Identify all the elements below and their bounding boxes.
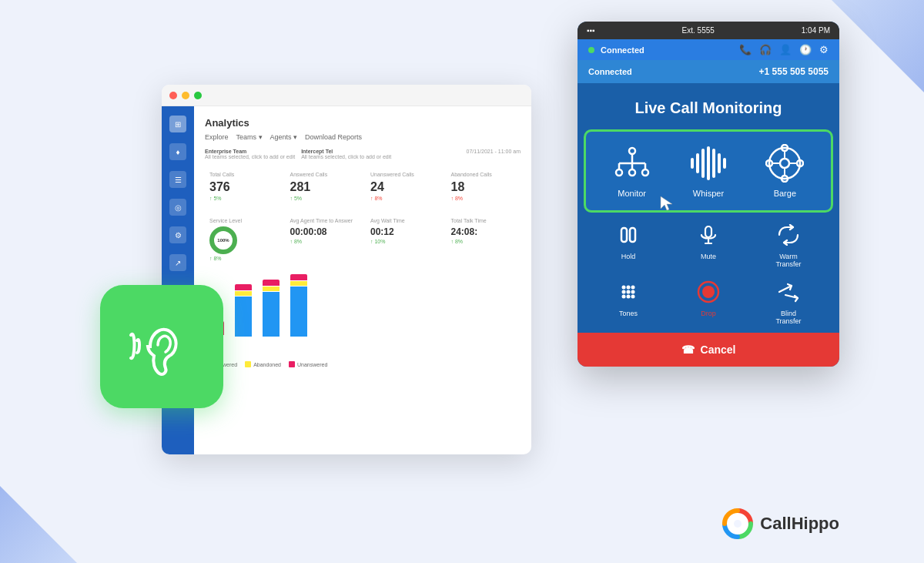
bar-3 [260, 280, 282, 337]
connected-status-label: Connected [601, 45, 733, 55]
nav-agents[interactable]: Agents ▾ [270, 133, 298, 141]
bar-chart [205, 275, 521, 352]
window-titlebar [162, 85, 531, 106]
whisper-label: Whisper [693, 189, 724, 198]
barge-icon [765, 144, 804, 183]
mute-icon [694, 220, 723, 250]
nav-explore[interactable]: Explore [205, 133, 229, 141]
svg-rect-20 [630, 228, 635, 242]
legend-unanswered: Unanswered [289, 361, 327, 367]
svg-point-32 [631, 295, 635, 299]
analytics-nav: Explore Teams ▾ Agents ▾ Download Report… [205, 133, 521, 141]
svg-point-37 [734, 520, 742, 528]
tones-control[interactable]: Tones [588, 277, 668, 325]
svg-point-24 [622, 286, 626, 290]
sidebar-icon-4[interactable]: ◎ [169, 199, 186, 216]
svg-point-26 [631, 286, 635, 290]
phone-number: +1 555 505 5055 [759, 66, 829, 77]
sidebar-icon-2[interactable]: ♦ [169, 143, 186, 160]
phone-number-bar: Connected +1 555 505 5055 [578, 60, 839, 83]
stat-unanswered-calls: Unanswered Calls 24 ↑ 8% [366, 167, 440, 206]
hold-icon [614, 220, 643, 250]
phone-ui: ▪▪▪ Ext. 5555 1:04 PM Connected 📞 🎧 👤 🕐 … [578, 22, 839, 367]
barge-label: Barge [774, 189, 796, 198]
mute-control[interactable]: Mute [668, 220, 748, 268]
blind-transfer-label: BlindTransfer [775, 310, 801, 325]
monitor-icon [613, 144, 651, 183]
stat-answered-calls: Answered Calls 281 ↑ 5% [286, 167, 360, 206]
maximize-dot[interactable] [194, 92, 202, 99]
monitor-action[interactable]: Monitor [594, 144, 670, 198]
signal-icon: ▪▪▪ [587, 26, 595, 35]
drop-label: Drop [701, 310, 716, 317]
call-icon[interactable]: 📞 [739, 44, 752, 55]
ear-icon-container [100, 285, 223, 408]
svg-point-28 [627, 290, 631, 294]
cancel-bar[interactable]: ☎ Cancel [578, 333, 839, 367]
stat-service-level: Service Level ↑ 8% [205, 213, 280, 266]
nav-reports[interactable]: Download Reports [305, 133, 362, 141]
svg-rect-0 [629, 148, 635, 154]
tones-label: Tones [619, 310, 638, 317]
nav-teams[interactable]: Teams ▾ [236, 133, 263, 141]
svg-point-31 [627, 295, 631, 299]
hold-label: Hold [621, 253, 636, 260]
hold-control[interactable]: Hold [588, 220, 668, 268]
close-dot[interactable] [169, 92, 177, 99]
bar-4 [288, 274, 310, 337]
svg-point-27 [622, 290, 626, 294]
svg-point-30 [622, 295, 626, 299]
stat-abandoned-calls: Abandoned Calls 18 ↑ 8% [447, 167, 521, 206]
settings-icon[interactable]: ⚙ [819, 44, 829, 55]
drop-control[interactable]: Drop [668, 277, 748, 325]
blind-transfer-icon [774, 277, 803, 307]
cancel-label: Cancel [701, 343, 736, 356]
filter-enterprise[interactable]: Enterprise Team All teams selected, clic… [205, 149, 295, 159]
whisper-icon [689, 144, 728, 183]
stat-total-calls: Total Calls 376 ↑ 5% [205, 167, 280, 206]
cancel-phone-icon: ☎ [681, 343, 695, 356]
headset-icon[interactable]: 🎧 [759, 44, 772, 55]
svg-point-34 [702, 286, 715, 298]
logo-text: CallHippo [760, 514, 839, 534]
analytics-title: Analytics [205, 117, 521, 129]
sidebar-icon-5[interactable]: ⚙ [169, 226, 186, 243]
filter-intercept[interactable]: Intercept Tel All teams selected, click … [301, 149, 391, 159]
live-monitoring-title: Live Call Monitoring [588, 99, 829, 117]
drop-icon [694, 277, 723, 307]
date-range: 07/11/2021 - 11:00 am [467, 149, 521, 159]
tones-icon [614, 277, 643, 307]
status-indicator [588, 47, 594, 53]
minimize-dot[interactable] [182, 92, 189, 99]
contact-icon[interactable]: 👤 [779, 44, 792, 55]
svg-point-25 [627, 286, 631, 290]
bar-2 [233, 284, 254, 337]
stat-avg-answer: Avg Agent Time to Answer 00:00:08 ↑ 8% [286, 213, 360, 266]
stats-grid2: Service Level ↑ 8% Avg Agent Time to Ans… [205, 213, 521, 266]
live-call-monitoring-section: Live Call Monitoring [578, 83, 839, 129]
warm-transfer-label: WarmTransfer [775, 253, 801, 268]
sidebar-icon-3[interactable]: ☰ [169, 171, 186, 188]
warm-transfer-control[interactable]: WarmTransfer [748, 220, 829, 268]
stat-avg-wait: Avg Wait Time 00:12 ↑ 10% [366, 213, 440, 266]
svg-rect-21 [705, 226, 711, 237]
svg-rect-19 [621, 228, 627, 242]
svg-rect-2 [629, 169, 635, 176]
svg-point-29 [631, 290, 635, 294]
connected-text: Connected [588, 67, 632, 76]
whisper-action[interactable]: Whisper [670, 144, 746, 198]
barge-action[interactable]: Barge [747, 144, 823, 198]
svg-rect-1 [616, 169, 622, 176]
blind-transfer-control[interactable]: BlindTransfer [748, 277, 829, 325]
monitor-label: Monitor [618, 189, 646, 198]
phone-statusbar: ▪▪▪ Ext. 5555 1:04 PM [578, 22, 839, 39]
sidebar-icon-1[interactable]: ⊞ [169, 116, 186, 132]
svg-point-10 [780, 159, 789, 168]
history-icon[interactable]: 🕐 [799, 44, 812, 55]
chart-container: Answered Abandoned Unanswered [205, 275, 521, 367]
sidebar-icon-6[interactable]: ↗ [169, 254, 186, 271]
logo-icon [721, 508, 754, 540]
phone-connected-bar: Connected 📞 🎧 👤 🕐 ⚙ [578, 39, 839, 60]
phone-nav-icons: 📞 🎧 👤 🕐 ⚙ [739, 44, 829, 55]
legend-abandoned: Abandoned [245, 361, 281, 367]
